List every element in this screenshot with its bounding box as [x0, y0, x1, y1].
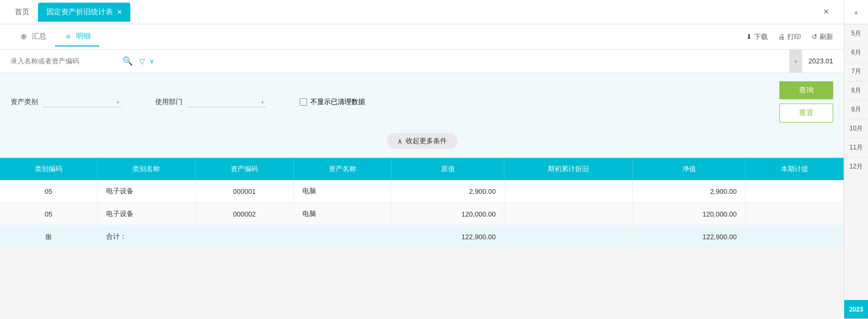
table-header: 类别编码 类别名称 资产编码 资产名称 原值 期初累计折旧 净值 本期计提	[0, 158, 844, 180]
summary-icon: ⊕	[19, 32, 28, 41]
month-item-9[interactable]: 9月	[844, 100, 868, 119]
print-button[interactable]: 🖨 打印	[778, 32, 801, 42]
cell-category-code: 05	[0, 203, 98, 226]
total-icon-cell: ⊞	[0, 226, 98, 248]
data-table: 类别编码 类别名称 资产编码 资产名称 原值 期初累计折旧 净值 本期计提 05	[0, 158, 844, 248]
total-net-value: 122,900.00	[632, 226, 745, 248]
cell-net-value: 120,000.00	[632, 203, 745, 226]
tab-label: 固定资产折旧统计表	[46, 7, 113, 17]
right-panel: ▲ 5月 6月 7月 8月 9月 10月 11月 12月 2023	[844, 0, 868, 319]
year-label[interactable]: 2023	[844, 300, 868, 319]
asset-category-select[interactable]	[42, 97, 121, 107]
refresh-icon: ↺	[812, 33, 817, 41]
month-item-10[interactable]: 10月	[844, 119, 868, 138]
print-icon: 🖨	[778, 33, 785, 41]
month-item-8[interactable]: 8月	[844, 81, 868, 100]
more-conditions-button[interactable]: ▽ ∨	[139, 57, 155, 65]
top-nav: 首页 固定资产折旧统计表 × ×	[0, 0, 844, 24]
hide-cleared-checkbox[interactable]	[300, 98, 307, 106]
cell-asset-name: 电脑	[293, 203, 392, 226]
cell-category-code: 05	[0, 180, 98, 203]
col-header-accumulated-depreciation: 期初累计折旧	[504, 158, 633, 180]
collapse-right-panel-button[interactable]: ›	[789, 50, 802, 73]
department-label: 使用部门	[155, 97, 183, 107]
col-header-category-name: 类别名称	[98, 158, 196, 180]
total-label: 合计：	[98, 226, 392, 248]
month-item-7[interactable]: 7月	[844, 62, 868, 81]
toolbar-actions: ⬇ 下载 🖨 打印 ↺ 刷新	[746, 32, 833, 42]
month-item-12[interactable]: 12月	[844, 157, 868, 176]
cell-current-period	[746, 180, 844, 203]
filter-actions: 查询 重置	[779, 81, 833, 123]
search-input[interactable]	[11, 57, 116, 65]
department-select[interactable]	[187, 97, 266, 107]
asset-category-label: 资产类别	[11, 97, 38, 107]
hide-cleared-filter: 不显示已清理数据	[300, 97, 365, 107]
collapse-conditions-button[interactable]: ∧ 收起更多条件	[387, 133, 457, 149]
col-header-category-code: 类别编码	[0, 158, 98, 180]
collapse-icon: ∧	[397, 137, 403, 145]
date-display: 2023.01	[808, 57, 833, 65]
cell-category-name: 电子设备	[98, 203, 196, 226]
cell-accumulated-depreciation	[504, 203, 633, 226]
right-panel-top: ▲	[844, 0, 868, 24]
search-icon[interactable]: 🔍	[122, 56, 133, 66]
tab-summary[interactable]: ⊕ 汇总	[11, 27, 55, 46]
cell-net-value: 2,900.00	[632, 180, 745, 203]
reset-button[interactable]: 重置	[779, 104, 833, 123]
download-icon: ⬇	[746, 33, 752, 41]
table-row: 05 电子设备 000002 电脑 120,000.00 120,000.00	[0, 203, 844, 226]
chevron-down-icon: ∨	[149, 57, 155, 65]
download-button[interactable]: ⬇ 下载	[746, 32, 768, 42]
cell-category-name: 电子设备	[98, 180, 196, 203]
department-filter: 使用部门 ▾	[155, 97, 266, 107]
asset-category-filter: 资产类别 ▾	[11, 97, 121, 107]
cell-asset-code: 000002	[195, 203, 293, 226]
table-row: 05 电子设备 000001 电脑 2,900.00 2,900.00	[0, 180, 844, 203]
cell-asset-code: 000001	[195, 180, 293, 203]
tab-detail[interactable]: ≡ 明细	[55, 27, 99, 46]
scroll-up-button[interactable]: ▲	[853, 8, 860, 16]
refresh-button[interactable]: ↺ 刷新	[812, 32, 833, 42]
table-total-row: ⊞ 合计： 122,900.00 122,900.00	[0, 226, 844, 248]
month-item-11[interactable]: 11月	[844, 138, 868, 157]
col-header-original-value: 原值	[392, 158, 504, 180]
hide-cleared-label: 不显示已清理数据	[310, 97, 365, 107]
toolbar: ⊕ 汇总 ≡ 明细 ⬇ 下载 🖨 打印 ↺ 刷新	[0, 24, 844, 50]
total-icon: ⊞	[45, 232, 52, 241]
col-header-net-value: 净值	[632, 158, 745, 180]
total-original-value: 122,900.00	[392, 226, 504, 248]
col-header-current-period: 本期计提	[746, 158, 844, 180]
search-bar: 🔍 ▽ ∨ › 2023.01	[0, 50, 844, 73]
cell-asset-name: 电脑	[293, 180, 392, 203]
cell-original-value: 2,900.00	[392, 180, 504, 203]
cell-current-period	[746, 203, 844, 226]
asset-category-select-wrapper: ▾	[42, 97, 121, 107]
cell-accumulated-depreciation	[504, 180, 633, 203]
filter-row: 资产类别 ▾ 使用部门 ▾	[11, 81, 833, 123]
month-item-6[interactable]: 6月	[844, 43, 868, 62]
col-header-asset-name: 资产名称	[293, 158, 392, 180]
active-tab: 固定资产折旧统计表 ×	[38, 3, 130, 22]
data-table-container: 类别编码 类别名称 资产编码 资产名称 原值 期初累计折旧 净值 本期计提 05	[0, 158, 844, 248]
tab-close-button[interactable]: ×	[117, 8, 122, 16]
total-accumulated-depreciation	[504, 226, 633, 248]
cell-original-value: 120,000.00	[392, 203, 504, 226]
col-header-asset-code: 资产编码	[195, 158, 293, 180]
filter-icon: ▽	[139, 57, 145, 65]
filter-section: 资产类别 ▾ 使用部门 ▾	[0, 73, 844, 158]
month-item-5[interactable]: 5月	[844, 24, 868, 43]
window-close-button[interactable]: ×	[817, 6, 835, 17]
home-link[interactable]: 首页	[8, 7, 36, 17]
table-body: 05 电子设备 000001 电脑 2,900.00 2,900.00 05 电…	[0, 180, 844, 248]
query-button[interactable]: 查询	[779, 81, 833, 99]
detail-icon: ≡	[63, 32, 73, 41]
department-select-wrapper: ▾	[187, 97, 266, 107]
total-current-period	[746, 226, 844, 248]
